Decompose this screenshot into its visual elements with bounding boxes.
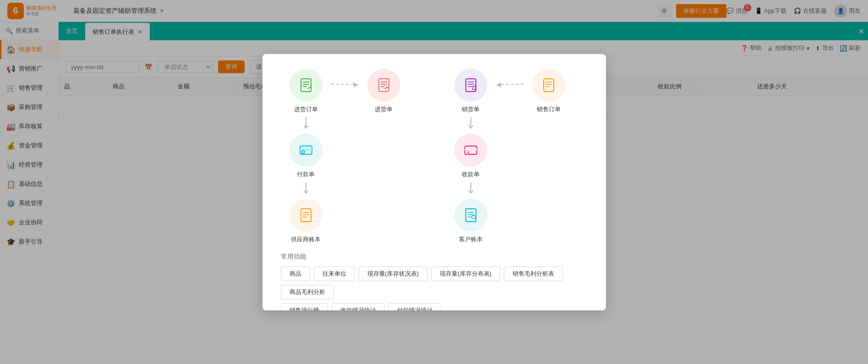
svg-text:¥: ¥ xyxy=(467,150,470,154)
flow-node-customer-ledger[interactable]: 客户账本 xyxy=(446,199,496,244)
common-btn-sales-rank[interactable]: 销售排行榜 xyxy=(281,303,328,310)
sales-order-label: 销售订单 xyxy=(537,105,561,114)
common-section: 常用功能 商品 往来单位 现存量(库存状况表) 现存量(库存分布表) 销售毛利分… xyxy=(281,253,588,310)
common-btn-goods-profit[interactable]: 商品毛利分析 xyxy=(281,285,334,299)
flow-node-purchase-bill[interactable]: 进货单 xyxy=(359,69,409,114)
svg-rect-13 xyxy=(300,210,302,221)
purchase-bill-icon xyxy=(367,69,400,102)
common-buttons-row2: 销售排行榜 收款情况统计 付款情况统计 xyxy=(281,303,588,310)
common-btn-sales-profit[interactable]: 销售毛利分析表 xyxy=(504,266,563,281)
svg-point-32 xyxy=(472,215,475,219)
down-arrow-2 xyxy=(302,180,310,197)
down-arrow-1 xyxy=(302,115,310,132)
common-btn-partner[interactable]: 往来单位 xyxy=(314,266,355,281)
flow-node-payment[interactable]: 付款单 xyxy=(281,134,331,179)
sales-order-icon xyxy=(532,69,565,102)
payment-icon xyxy=(289,134,322,167)
svg-rect-25 xyxy=(465,148,477,151)
down-arrow-3 xyxy=(467,115,475,132)
receipt-label: 收款单 xyxy=(462,170,480,179)
payment-label: 付款单 xyxy=(297,170,315,179)
flow-node-purchase-order[interactable]: 进货订单 xyxy=(281,69,331,114)
flow-center-right-col: 销货单 ¥ 收款单 xyxy=(446,69,496,244)
svg-point-7 xyxy=(302,151,305,153)
sales-bill-icon xyxy=(454,69,487,102)
common-btn-stock-status[interactable]: 现存量(库存状况表) xyxy=(359,266,428,281)
h-arrow-2: ◀ xyxy=(496,69,524,88)
modal-content: 进货订单 付款单 xyxy=(262,54,606,310)
common-btn-stock-dist[interactable]: 现存量(库存分布表) xyxy=(431,266,500,281)
purchase-order-icon xyxy=(289,69,322,102)
flow-right-col: 销售订单 xyxy=(524,69,574,114)
purchase-order-label: 进货订单 xyxy=(294,105,318,114)
svg-rect-22 xyxy=(473,86,475,90)
flow-diagram: 进货订单 付款单 xyxy=(281,69,588,244)
down-arrow-4 xyxy=(467,180,475,197)
common-btn-receipt-stat[interactable]: 收款情况统计 xyxy=(332,303,385,310)
svg-rect-9 xyxy=(301,209,311,222)
flow-node-receipt[interactable]: ¥ 收款单 xyxy=(446,134,496,179)
modal-dialog: 进货订单 付款单 xyxy=(262,54,606,310)
flow-node-supplier-ledger[interactable]: 供应商账本 xyxy=(281,199,331,244)
supplier-ledger-label: 供应商账本 xyxy=(291,235,321,244)
common-section-title: 常用功能 xyxy=(281,253,588,261)
receipt-icon: ¥ xyxy=(454,134,487,167)
h-arrow-1: ▶ xyxy=(331,69,359,88)
flow-center-left-col: 进货单 xyxy=(359,69,409,114)
sales-bill-label: 销货单 xyxy=(462,105,480,114)
flow-node-sales-bill[interactable]: 销货单 xyxy=(446,69,496,114)
common-btn-payment-stat[interactable]: 付款情况统计 xyxy=(388,303,442,310)
flow-node-sales-order[interactable]: 销售订单 xyxy=(524,69,574,114)
svg-rect-14 xyxy=(379,79,389,92)
flow-left-col: 进货订单 付款单 xyxy=(281,69,331,244)
modal-overlay[interactable]: 进货订单 付款单 xyxy=(0,0,868,364)
common-buttons-container: 商品 往来单位 现存量(库存状况表) 现存量(库存分布表) 销售毛利分析表 商品… xyxy=(281,266,588,299)
customer-ledger-icon xyxy=(454,199,487,232)
common-btn-goods[interactable]: 商品 xyxy=(281,266,310,281)
purchase-bill-label: 进货单 xyxy=(375,105,393,114)
customer-ledger-label: 客户账本 xyxy=(459,235,483,244)
svg-rect-6 xyxy=(300,148,312,151)
supplier-ledger-icon xyxy=(289,199,322,232)
svg-rect-33 xyxy=(544,79,554,92)
svg-rect-0 xyxy=(301,79,311,92)
